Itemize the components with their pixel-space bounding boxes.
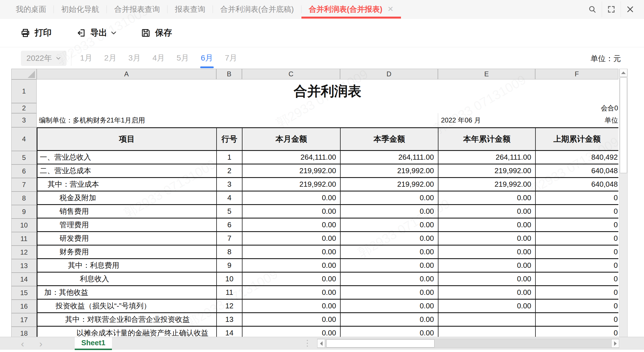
cell-year-r9[interactable]: 0.00 bbox=[438, 205, 535, 219]
cell-prev-r5[interactable]: 840,492 bbox=[535, 151, 618, 164]
cell-prev-r9[interactable]: 0 bbox=[535, 205, 618, 219]
cell-prev-r13[interactable]: 0 bbox=[535, 259, 618, 273]
cell-month-r12[interactable]: 0.00 bbox=[242, 246, 340, 259]
v-scroll-up-button[interactable] bbox=[619, 69, 627, 77]
cell-month-r13[interactable]: 0.00 bbox=[242, 259, 340, 273]
cell-quarter-r17[interactable]: 0.00 bbox=[340, 313, 438, 327]
cell-quarter-r11[interactable]: 0.00 bbox=[340, 232, 438, 246]
cell-month-r18[interactable]: 0.00 bbox=[242, 327, 340, 337]
cell-line-r5[interactable]: 1 bbox=[216, 151, 242, 164]
cell-item-r8[interactable]: 税金及附加 bbox=[37, 191, 216, 205]
cell-line-r6[interactable]: 2 bbox=[216, 164, 242, 178]
year-select[interactable]: 2022年 bbox=[21, 51, 67, 66]
cell-year-r12[interactable]: 0.00 bbox=[438, 246, 535, 259]
cell-item-r15[interactable]: 加：其他收益 bbox=[37, 286, 216, 300]
cell-item-r14[interactable]: 利息收入 bbox=[37, 273, 216, 286]
cell-year-r8[interactable]: 0.00 bbox=[438, 191, 535, 205]
row-header-1[interactable]: 1 bbox=[11, 79, 37, 103]
cell-line-r12[interactable]: 8 bbox=[216, 246, 242, 259]
month-tab-6月[interactable]: 6月 bbox=[199, 53, 215, 63]
cell-year-r15[interactable]: 0.00 bbox=[438, 286, 535, 300]
save-button[interactable]: 保存 bbox=[141, 27, 172, 39]
table-header-cE[interactable]: 本年累计金额 bbox=[438, 127, 535, 151]
cell-quarter-r9[interactable]: 0.00 bbox=[340, 205, 438, 219]
cell-prev-r10[interactable]: 0 bbox=[535, 219, 618, 232]
cell-item-r11[interactable]: 研发费用 bbox=[37, 232, 216, 246]
row-header-12[interactable]: 12 bbox=[11, 246, 37, 259]
print-button[interactable]: 打印 bbox=[20, 27, 52, 39]
cell-prev-r17[interactable]: 0 bbox=[535, 313, 618, 327]
table-header-cC[interactable]: 本月金额 bbox=[242, 127, 340, 151]
table-header-cB[interactable]: 行号 bbox=[216, 127, 242, 151]
cell-month-r17[interactable]: 0.00 bbox=[242, 313, 340, 327]
month-tab-3月[interactable]: 3月 bbox=[127, 53, 142, 63]
column-header-D[interactable]: D bbox=[340, 69, 438, 79]
cell-quarter-r18[interactable]: 0.00 bbox=[340, 327, 438, 337]
cell-year-r7[interactable]: 219,992.00 bbox=[438, 178, 535, 191]
search-button[interactable] bbox=[583, 0, 602, 19]
cell-prev-r15[interactable]: 0 bbox=[535, 286, 618, 300]
row-header-9[interactable]: 9 bbox=[11, 205, 37, 219]
tab-close-icon[interactable]: ✕ bbox=[387, 5, 394, 14]
tab-合并利润表(合并底稿)[interactable]: 合并利润表(合并底稿) bbox=[213, 0, 301, 19]
row-header-6[interactable]: 6 bbox=[11, 164, 37, 178]
h-scroll-right-button[interactable] bbox=[611, 339, 619, 348]
cell-item-r7[interactable]: 其中：营业成本 bbox=[37, 178, 216, 191]
table-header-cD[interactable]: 本季金额 bbox=[340, 127, 438, 151]
cell-quarter-r7[interactable]: 219,992.00 bbox=[340, 178, 438, 191]
fullscreen-button[interactable] bbox=[602, 0, 621, 19]
month-tab-4月[interactable]: 4月 bbox=[151, 53, 167, 63]
cell-year-r17[interactable] bbox=[438, 313, 535, 327]
cell-item-r12[interactable]: 财务费用 bbox=[37, 246, 216, 259]
h-scroll-thumb[interactable] bbox=[326, 339, 435, 347]
cell-month-r9[interactable]: 0.00 bbox=[242, 205, 340, 219]
cell-year-r11[interactable]: 0.00 bbox=[438, 232, 535, 246]
column-header-C[interactable]: C bbox=[242, 69, 340, 79]
cell-month-r6[interactable]: 219,992.00 bbox=[242, 164, 340, 178]
cell-line-r7[interactable]: 3 bbox=[216, 178, 242, 191]
cell-month-r8[interactable]: 0.00 bbox=[242, 191, 340, 205]
cell-year-r13[interactable]: 0.00 bbox=[438, 259, 535, 273]
column-header-B[interactable]: B bbox=[216, 69, 242, 79]
sheet-prev-button[interactable]: ‹ bbox=[17, 337, 28, 350]
month-tab-5月[interactable]: 5月 bbox=[175, 53, 191, 63]
column-header-E[interactable]: E bbox=[438, 69, 535, 79]
cell-item-r6[interactable]: 二、营业总成本 bbox=[37, 164, 216, 178]
row-header-4[interactable]: 4 bbox=[11, 127, 37, 151]
column-header-A[interactable]: A bbox=[37, 69, 216, 79]
cell-line-r14[interactable]: 10 bbox=[216, 273, 242, 286]
row-header-3[interactable]: 3 bbox=[11, 113, 37, 127]
row-header-8[interactable]: 8 bbox=[11, 191, 37, 205]
cell-quarter-r16[interactable]: 0.00 bbox=[340, 300, 438, 313]
cell-year-r18[interactable] bbox=[438, 327, 535, 337]
sheet-next-button[interactable]: › bbox=[35, 337, 47, 350]
row-header-13[interactable]: 13 bbox=[11, 259, 37, 273]
cell-prev-r7[interactable]: 640,048 bbox=[535, 178, 618, 191]
cell-month-r14[interactable]: 0.00 bbox=[242, 273, 340, 286]
sheet-tab-sheet1[interactable]: Sheet1 bbox=[75, 337, 112, 350]
cell-quarter-r14[interactable]: 0.00 bbox=[340, 273, 438, 286]
cell-quarter-r12[interactable]: 0.00 bbox=[340, 246, 438, 259]
table-header-cF[interactable]: 上期累计金额 bbox=[535, 127, 618, 151]
tab-初始化导航[interactable]: 初始化导航 bbox=[54, 0, 107, 19]
cell-month-r15[interactable]: 0.00 bbox=[242, 286, 340, 300]
cell-quarter-r13[interactable]: 0.00 bbox=[340, 259, 438, 273]
month-tab-2月[interactable]: 2月 bbox=[103, 53, 118, 63]
cell-month-r16[interactable]: 0.00 bbox=[242, 300, 340, 313]
cell-prev-r12[interactable]: 0 bbox=[535, 246, 618, 259]
month-tab-1月[interactable]: 1月 bbox=[78, 53, 94, 63]
cell-prev-r18[interactable]: 0 bbox=[535, 327, 618, 337]
drag-handle-dots[interactable] bbox=[307, 339, 308, 347]
cell-year-r10[interactable]: 0.00 bbox=[438, 219, 535, 232]
row-header-14[interactable]: 14 bbox=[11, 273, 37, 286]
unit-cell[interactable]: 单位 bbox=[535, 113, 618, 127]
cell-quarter-r5[interactable]: 264,111.00 bbox=[340, 151, 438, 164]
row-header-2[interactable]: 2 bbox=[11, 103, 37, 113]
close-window-button[interactable] bbox=[621, 0, 639, 19]
cell-month-r7[interactable]: 219,992.00 bbox=[242, 178, 340, 191]
cell-quarter-r6[interactable]: 219,992.00 bbox=[340, 164, 438, 178]
cell-quarter-r15[interactable]: 0.00 bbox=[340, 286, 438, 300]
cell-month-r11[interactable]: 0.00 bbox=[242, 232, 340, 246]
cell-line-r18[interactable]: 14 bbox=[216, 327, 242, 337]
row-header-10[interactable]: 10 bbox=[11, 219, 37, 232]
